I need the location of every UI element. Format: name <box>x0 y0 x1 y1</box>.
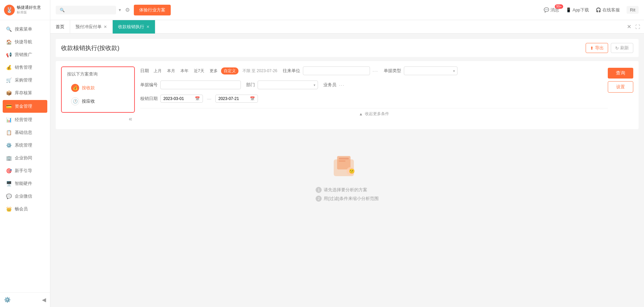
topbar-search[interactable]: 🔍 <box>56 6 116 14</box>
salesman-label: 业务员 <box>323 82 336 88</box>
filter-row-3: 核销日期 📅 — 📅 <box>140 95 608 103</box>
sidebar-item-enterprise[interactable]: 🏢 企业协同 <box>0 152 50 164</box>
search-icon: 🔍 <box>60 8 65 12</box>
empty-steps: 1 请先选择要分析的方案 2 用[过滤]条件来缩小分析范围 <box>316 187 378 202</box>
date-label: 日期 <box>140 68 149 74</box>
tabbar-expand-icon[interactable]: ⛶ <box>635 24 640 30</box>
sidebar-item-finance[interactable]: 💳 资金管理 <box>3 100 47 113</box>
doc-no-input[interactable] <box>160 81 241 89</box>
empty-state: 😕 1 请先选择要分析的方案 2 用[过滤]条件来缩小分析范围 <box>56 129 639 222</box>
sidebar-item-hardware[interactable]: 🖥️ 智能硬件 <box>0 177 50 190</box>
step-2-num: 2 <box>316 196 322 202</box>
dept-select-wrap <box>258 81 318 89</box>
doc-type-select-wrap <box>404 66 458 75</box>
sidebar-item-member[interactable]: 👑 畅会员 <box>0 203 50 215</box>
sidebar-item-purchase[interactable]: 🛒 采购管理 <box>0 74 50 87</box>
service-icon: 🎧 <box>596 7 601 12</box>
sidebar-item-operation[interactable]: 📊 经营管理 <box>0 113 50 126</box>
page-title: 收款核销执行(按收款) <box>61 44 119 52</box>
writeoff-start-calendar-icon[interactable]: 📅 <box>195 96 200 101</box>
collapse-scheme-button[interactable]: « <box>126 114 135 124</box>
query-actions: 查询 设置 <box>608 66 633 93</box>
refresh-icon: ↻ <box>615 46 619 51</box>
writeoff-start-date-wrap: 📅 <box>160 95 203 103</box>
doc-type-label: 单据类型 <box>384 68 401 74</box>
sidebar-item-inventory[interactable]: 📦 库存核算 <box>0 87 50 99</box>
topbar-right: 💬 消息 99+ 📱 App下载 🎧 在线客服 Rit <box>544 6 639 14</box>
collapse-up-icon: ▲ <box>359 112 363 116</box>
sidebar-item-sales[interactable]: 💰 销售管理 <box>0 61 50 74</box>
by-receivable-icon: 🕐 <box>71 97 79 105</box>
party-input[interactable] <box>303 66 370 75</box>
sidebar-item-wechat[interactable]: 💬 企业微信 <box>0 190 50 203</box>
message-icon: 💬 <box>544 7 549 12</box>
this-month-btn[interactable]: 本月 <box>165 67 177 74</box>
writeoff-end-input[interactable] <box>218 96 249 101</box>
salesman-more-icon[interactable]: ··· <box>339 83 345 88</box>
refresh-button[interactable]: ↻ 刷新 <box>611 43 633 53</box>
online-service-button[interactable]: 🎧 在线客服 <box>596 7 620 13</box>
user-profile[interactable]: Rit <box>627 6 639 14</box>
topbar: 🔍 ▾ ⚙ 体验行业方案 💬 消息 99+ 📱 App下载 🎧 在线客服 Rit <box>50 0 644 20</box>
writeoff-date-label: 核销日期 <box>140 96 158 102</box>
svg-text:😕: 😕 <box>349 168 355 174</box>
topbar-arrow-icon[interactable]: ▾ <box>119 7 121 12</box>
tab-writeoff-close[interactable]: ✕ <box>146 24 150 29</box>
tabbar-close-icon[interactable]: ✕ <box>627 23 631 30</box>
sidebar-item-base-info[interactable]: 📋 基础信息 <box>0 126 50 139</box>
writeoff-end-calendar-icon[interactable]: 📅 <box>250 96 255 101</box>
writeoff-start-input[interactable] <box>163 96 194 101</box>
setting-button[interactable]: 设置 <box>608 81 633 93</box>
settings-bottom-icon[interactable]: ⚙️ <box>4 297 11 303</box>
tab-prepay[interactable]: 预付冲应付单 ✕ <box>70 20 113 34</box>
doc-type-filter: 单据类型 <box>384 66 458 75</box>
logo-text: 畅捷通好生意 标准版 <box>17 5 41 15</box>
writeoff-end-date-wrap: 📅 <box>215 95 258 103</box>
doc-type-select[interactable] <box>404 66 458 75</box>
message-button[interactable]: 💬 消息 99+ <box>544 7 559 13</box>
topbar-gear-icon[interactable]: ⚙ <box>125 7 130 13</box>
doc-no-filter: 单据编号 <box>140 81 241 89</box>
tab-prepay-close[interactable]: ✕ <box>104 24 107 29</box>
by-receipt-icon: 💰 <box>71 84 79 92</box>
svg-rect-3 <box>339 160 345 162</box>
sidebar-nav: 🔍 搜索菜单 🏠 快捷导航 📢 营销推广 💰 销售管理 🛒 采购管理 📦 库存核… <box>0 20 50 292</box>
operation-icon: 📊 <box>5 117 12 122</box>
sidebar-item-marketing[interactable]: 📢 营销推广 <box>0 48 50 61</box>
more-dates-btn[interactable]: 更多 <box>208 67 220 74</box>
empty-step-2: 2 用[过滤]条件来缩小分析范围 <box>316 196 378 202</box>
collapse-sidebar-icon[interactable]: ◀ <box>42 297 46 303</box>
query-scheme-title: 按以下方案查询 <box>67 71 129 77</box>
app-download-button[interactable]: 📱 App下载 <box>566 7 589 13</box>
tab-writeoff[interactable]: 收款核销执行 ✕ <box>113 20 155 34</box>
member-icon: 👑 <box>5 206 12 212</box>
export-button[interactable]: ⬆ 导出 <box>586 43 608 53</box>
empty-illustration: 😕 <box>327 149 367 183</box>
party-more-icon[interactable]: ··· <box>373 68 378 73</box>
last-month-btn[interactable]: 上月 <box>152 67 164 74</box>
quick-nav-icon: 🏠 <box>5 39 12 45</box>
search-menu-icon: 🔍 <box>5 27 12 32</box>
dept-select[interactable] <box>258 81 318 89</box>
date-no-limit: 不限 至 2023-07-26 <box>243 68 277 74</box>
query-button[interactable]: 查询 <box>608 68 633 79</box>
query-option-by-receivable[interactable]: 🕐 按应收 <box>67 95 129 108</box>
sidebar-item-system[interactable]: ⚙️ 系统管理 <box>0 139 50 152</box>
filter-row-1: 日期 上月 本月 本年 近7天 更多 自定义 不限 至 2023-07-26 <box>140 66 608 75</box>
last-7-days-btn[interactable]: 近7天 <box>192 67 206 74</box>
sidebar-item-quick-nav[interactable]: 🏠 快捷导航 <box>0 36 50 48</box>
dept-label: 部门 <box>246 82 255 88</box>
tabbar-right: ✕ ⛶ <box>623 23 644 30</box>
tab-home[interactable]: 首页 <box>50 20 70 34</box>
collapse-more-button[interactable]: ▲ 收起更多条件 <box>140 108 608 119</box>
base-info-icon: 📋 <box>5 130 12 135</box>
solution-button[interactable]: 体验行业方案 <box>134 5 171 15</box>
custom-date-btn[interactable]: 自定义 <box>221 67 238 74</box>
sidebar-item-guide[interactable]: 🎯 新手引导 <box>0 164 50 177</box>
query-option-by-receipt[interactable]: 💰 按收款 <box>67 81 129 95</box>
sidebar-item-search-menu[interactable]: 🔍 搜索菜单 <box>0 23 50 36</box>
content-area: 收款核销执行(按收款) ⬆ 导出 ↻ 刷新 按以下方案查询 💰 <box>50 34 644 307</box>
this-year-btn[interactable]: 本年 <box>178 67 191 74</box>
hardware-icon: 🖥️ <box>5 181 12 186</box>
query-panel: 按以下方案查询 💰 按收款 🕐 按应收 « <box>56 61 639 129</box>
